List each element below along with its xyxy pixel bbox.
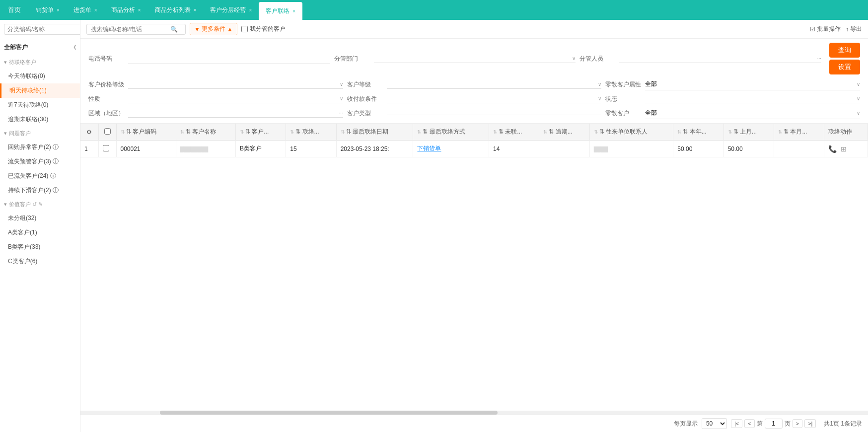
chevron-down-icon: ∨	[857, 81, 860, 87]
ellipsis-icon: ···	[817, 56, 821, 61]
page-input-wrap: 第 页	[757, 419, 791, 429]
status-select[interactable]: ∨	[645, 94, 860, 103]
table-row: 1 000021 ████████ B类客户 15 2023-05-23 18:…	[80, 141, 868, 157]
td-year-amount: 50.00	[673, 141, 723, 157]
td-contact-count: 15	[286, 141, 336, 157]
nav-home[interactable]: 首页	[0, 0, 29, 20]
th-customer-name[interactable]: ⇅ 客户名称	[176, 124, 235, 141]
th-last-month[interactable]: ⇅ 上月...	[723, 124, 774, 141]
sidebar-all-customers[interactable]: 全部客户 《	[0, 39, 80, 56]
close-icon[interactable]: ×	[57, 7, 60, 13]
th-settings[interactable]: ⚙	[80, 124, 98, 141]
first-page-button[interactable]: |<	[731, 419, 742, 428]
td-last-month: 50.00	[723, 141, 774, 157]
retail-attr-select[interactable]: 全部 ∨	[645, 78, 860, 90]
th-this-month[interactable]: ⇅ 本月...	[774, 124, 824, 141]
per-page-label: 每页显示	[674, 420, 698, 428]
page-number-input[interactable]	[765, 419, 783, 429]
close-icon[interactable]: ×	[194, 7, 197, 13]
sidebar-group-value[interactable]: 价值客户 ↺ ✎	[0, 198, 80, 211]
td-customer-type: B类客户	[235, 141, 286, 157]
sidebar-search-input[interactable]	[4, 24, 80, 35]
sidebar-item-declining[interactable]: 持续下滑客户(2) ⓘ	[0, 183, 80, 198]
horizontal-scrollbar[interactable]	[80, 411, 868, 415]
sidebar-item-churned[interactable]: 已流失客户(24) ⓘ	[0, 169, 80, 183]
sidebar-item-repurchase-abnormal[interactable]: 回购异常客户(2) ⓘ	[0, 140, 80, 154]
th-contact-count[interactable]: ⇅ 联络...	[286, 124, 336, 141]
nav-item-analysis[interactable]: 商品分析 ×	[104, 0, 148, 20]
close-icon[interactable]: ×	[249, 7, 252, 13]
next-page-button[interactable]: >	[793, 419, 802, 428]
region-select[interactable]: ···	[128, 109, 343, 118]
filter-row-4: 区域（地区） ··· 客户类型 零散客户 全部	[88, 107, 860, 119]
sidebar-item-class-c[interactable]: C类客户(6)	[0, 254, 80, 269]
more-filter-button[interactable]: ▼ 更多条件 ▲	[190, 23, 237, 35]
filter-retail-attr: 零散客户属性 全部 ∨	[605, 78, 860, 90]
person-select[interactable]: ···	[619, 54, 821, 63]
td-last-contact-method[interactable]: 下销货单	[413, 141, 489, 157]
reset-button[interactable]: 设置	[829, 60, 860, 74]
sidebar-item-overdue[interactable]: 逾期未联络(30)	[0, 112, 80, 127]
filter-actions: 查询 设置	[829, 43, 860, 74]
th-overdue[interactable]: ⇅ 逾期...	[539, 124, 589, 141]
chevron-down-icon: ∨	[340, 96, 343, 101]
sidebar-item-unclassified[interactable]: 未分组(32)	[0, 211, 80, 225]
customer-table: ⚙ ⇅ 客户编码 ⇅ 客户名称 ⇅ 客户... ⇅ 联络... ⇅ 最后联络日期…	[80, 124, 868, 157]
phone-input[interactable]	[128, 54, 330, 64]
row-checkbox[interactable]	[103, 145, 109, 151]
th-customer-type[interactable]: ⇅ 客户...	[235, 124, 286, 141]
td-customer-name[interactable]: ████████	[176, 141, 235, 157]
toolbar-search-button[interactable]: 🔍	[170, 26, 178, 33]
table-container: ⚙ ⇅ 客户编码 ⇅ 客户名称 ⇅ 客户... ⇅ 联络... ⇅ 最后联络日期…	[80, 124, 868, 411]
th-customer-code[interactable]: ⇅ 客户编码	[116, 124, 176, 141]
nav-item-customer-tier[interactable]: 客户分层经营 ×	[203, 0, 259, 20]
customer-type-select[interactable]	[387, 112, 602, 115]
my-customer-check[interactable]	[241, 26, 248, 32]
retail-select[interactable]: 全部 ∨	[645, 107, 860, 119]
batch-ops-button[interactable]: ☑ 批量操作	[810, 25, 841, 33]
filter-icon: ▼	[194, 26, 200, 33]
nav-item-analysis-list[interactable]: 商品分析列表 ×	[148, 0, 204, 20]
sidebar-group-pending[interactable]: 待联络客户	[0, 56, 80, 69]
filter-gender: 性质 ∨	[88, 94, 343, 103]
last-page-button[interactable]: >|	[804, 419, 816, 428]
td-checkbox[interactable]	[98, 141, 116, 157]
sidebar-item-class-b[interactable]: B类客户(33)	[0, 240, 80, 254]
scrollbar-thumb[interactable]	[160, 411, 498, 415]
th-checkbox[interactable]	[98, 124, 116, 141]
sidebar-item-tomorrow[interactable]: 明天待联络(1)	[0, 83, 80, 98]
filter-panel: 电话号码 分管部门 ∨ 分管人员 ···	[80, 39, 868, 124]
th-unlink-days[interactable]: ⇅ 未联...	[489, 124, 539, 141]
close-icon[interactable]: ×	[138, 7, 141, 13]
filter-region: 区域（地区） ···	[88, 109, 343, 118]
query-button[interactable]: 查询	[829, 43, 860, 58]
nav-item-customer-contact[interactable]: 客户联络 ×	[259, 2, 302, 20]
th-last-contact-method[interactable]: ⇅ 最后联络方式	[413, 124, 489, 141]
action-qr-icon[interactable]: ⊞	[841, 145, 847, 153]
select-all-checkbox[interactable]	[104, 128, 111, 135]
sidebar-item-churn-warning[interactable]: 流失预警客户(3) ⓘ	[0, 154, 80, 169]
prev-page-button[interactable]: <	[744, 419, 754, 428]
payment-select[interactable]: ∨	[387, 94, 602, 103]
sidebar-item-today[interactable]: 今天待联络(0)	[0, 69, 80, 83]
dept-select[interactable]: ∨	[374, 54, 576, 63]
export-button[interactable]: ↑ 导出	[846, 25, 862, 33]
gender-select[interactable]: ∨	[128, 94, 343, 103]
action-phone-icon[interactable]: 📞	[828, 145, 837, 153]
sidebar-item-class-a[interactable]: A类客户(1)	[0, 225, 80, 240]
nav-item-purchase[interactable]: 进货单 ×	[67, 0, 104, 20]
th-last-contact-date[interactable]: ⇅ 最后联络日期	[336, 124, 413, 141]
sidebar-item-7days[interactable]: 近7天待联络(0)	[0, 98, 80, 112]
close-icon[interactable]: ×	[94, 7, 97, 13]
customer-level-select[interactable]: ∨	[387, 80, 602, 89]
per-page-select[interactable]: 50 20 100	[702, 418, 727, 429]
th-contact-person[interactable]: ⇅ 往来单位联系人	[589, 124, 673, 141]
th-year-amount[interactable]: ⇅ 本年...	[673, 124, 723, 141]
my-customer-checkbox[interactable]: 我分管的客户	[241, 25, 286, 33]
value-level-select[interactable]: ∨	[128, 80, 343, 89]
nav-item-salorder[interactable]: 销货单 ×	[29, 0, 67, 20]
toolbar-search-input[interactable]	[91, 26, 170, 33]
close-icon[interactable]: ×	[292, 8, 295, 14]
sidebar-group-problem[interactable]: 问题客户	[0, 127, 80, 140]
top-nav: 首页 销货单 × 进货单 × 商品分析 × 商品分析列表 × 客户分层经营 × …	[0, 0, 868, 20]
